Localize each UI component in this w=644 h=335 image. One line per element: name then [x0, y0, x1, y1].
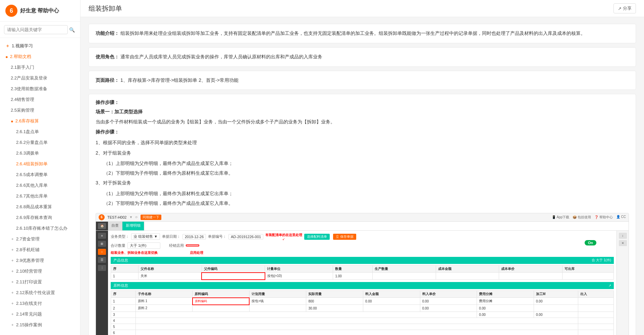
sidebar-item-label-2-6-4: 2.6.4组装拆卸单 — [16, 161, 48, 167]
mock-select-bom-btn[interactable]: 选择配料清单 — [304, 234, 330, 240]
sidebar-item-2-6-2[interactable]: 2.6.2分量盘点单 — [0, 137, 80, 148]
sidebar-item-2-14[interactable]: ＋ 2.14常见问题 — [0, 309, 80, 320]
mock-upper-cell-avail — [562, 273, 613, 280]
sidebar-item-label-2-4: 2.4销售管理 — [11, 97, 34, 103]
mock-form-row1: 业务类型： 业 组装销售 ▼ 单据日期： 2019-12-26 单据编号： AD… — [111, 233, 614, 241]
mock-lower-bar-icon: ↗ — [608, 284, 611, 287]
step2-sub1: （1）上部明细为父件明细，最终作为产成品生成某它入库单； — [104, 159, 629, 168]
mock-new-btn[interactable]: 同期建一下 — [141, 215, 161, 220]
sidebar-item-2-6-8[interactable]: 2.6.8商品成本重算 — [0, 202, 80, 212]
mock-upper-cell-prodqty — [372, 273, 436, 280]
mock-top-icon-help: 📦 包括使用 — [573, 215, 591, 220]
sidebar-item-2-2[interactable]: 2.2产品安装及登录 — [0, 73, 80, 83]
expand-icon-2-6: ● — [11, 119, 13, 124]
sidebar-item-2-3[interactable]: 2.3使用前数据准备 — [0, 83, 80, 94]
mock-lower-table: 序 子件名称 原料编码 计划用量 实际用量 料入金额 料入单价 费用分摊 加工M — [111, 290, 614, 335]
mock-lr2-planqty — [249, 305, 306, 312]
sidebar-item-2-7[interactable]: ＋ 2.7资金管理 — [0, 234, 80, 244]
share-button[interactable]: ↗ 分享 — [613, 3, 636, 13]
sidebar-item-label-2-6-3: 2.6.3调拨单 — [16, 150, 39, 156]
intro-text: 功能介绍： 组装拆卸单用来处理企业组装或拆卸等加工业务，支持有固定装配清单的产品… — [96, 30, 629, 38]
mock-lr2-unitprice: 0.00 — [420, 305, 477, 312]
sidebar-item-label-2-6-6: 2.6.6其他入库单 — [16, 182, 48, 188]
mock-annotation2-text: 组装业务、拆卸业务在这里切换 — [111, 250, 158, 255]
mock-lr2-name: 原料 2 — [136, 305, 193, 312]
sidebar-item-2-10[interactable]: ＋ 2.10经营管理 — [0, 266, 80, 277]
expand-icon-2-11: ＋ — [11, 280, 14, 284]
mock-right-icon-1: ↕ — [619, 233, 627, 239]
mock-lr2-seq: 2 — [111, 305, 136, 312]
sidebar-item-2[interactable]: ● 2.帮助文档 — [0, 51, 80, 62]
mock-upper-cell-unit: 按包(×10) — [265, 273, 333, 280]
mock-lower-th-amount: 料入金额 — [363, 290, 420, 298]
sidebar-item-2-1[interactable]: 2.1新手入门 — [0, 62, 80, 73]
mock-dealer-label: 经销店用 — [169, 243, 184, 248]
sidebar-item-2-13[interactable]: ＋ 2.13在线支付 — [0, 298, 80, 309]
sidebar-item-2-9[interactable]: ＋ 2.9优惠券管理 — [0, 255, 80, 266]
mock-upper-cell-code — [202, 273, 265, 280]
mock-sidebar-icon-3: ○ — [98, 249, 106, 255]
mock-lower-row-1: 1 原料 1 原料编码 按包+钱 800 0.00 0.00 费用分摊 0.00 — [111, 298, 614, 305]
nav-tree: ＋ 1.视频学习 ● 2.帮助文档 2.1新手入门 2.2产品安装及登录 2.3… — [0, 38, 80, 335]
mock-tab-bar: 🏠 自查 新增明细 — [96, 222, 629, 231]
sidebar-item-label-2-15: 2.15操作案例 — [16, 322, 42, 328]
mock-tab-self[interactable]: 自查 — [108, 222, 122, 230]
mock-upper-table: 序 父件名称 父件编码 计量单位 数量 生产数量 成本金额 成本单价 可出库 — [111, 265, 614, 280]
sidebar-item-2-6-7[interactable]: 2.6.7其他出库单 — [0, 191, 80, 202]
mock-sidebar-icons-top: 🏠 — [96, 222, 108, 230]
main-area: 组装拆卸单 ↗ 分享 功能介绍： 组装拆卸单用来处理企业组装或拆卸等加工业务，支… — [80, 0, 644, 335]
mock-icon-1: 🏠 — [98, 223, 106, 229]
mock-dealer-input[interactable] — [186, 244, 199, 246]
sidebar-item-2-4[interactable]: 2.4销售管理 — [0, 94, 80, 105]
sidebar-item-label-2-13: 2.13在线支付 — [16, 300, 42, 306]
mock-save-btn[interactable]: 立 保存单据 — [333, 234, 356, 240]
share-label: 分享 — [623, 5, 632, 11]
sidebar-item-label-2: 2.帮助文档 — [10, 54, 31, 60]
mock-field1-value[interactable]: 业 组装销售 ▼ — [131, 233, 160, 240]
role-content: 通常由生产人员或库管人员完成拆装业务的操作，库管人员确认原材料的出库和产成品的入… — [120, 54, 322, 59]
mock-lr6-empty — [136, 330, 578, 335]
sidebar-item-2-6-10[interactable]: 2.6.10库存账本错了怎么办 — [0, 223, 80, 234]
mock-upper-section-bar: 产品信息 合 大于 1(件) — [111, 257, 614, 264]
sidebar-item-label-2-10: 2.10经营管理 — [16, 268, 42, 274]
sidebar-item-2-6-5[interactable]: 2.6.5成本调整单 — [0, 169, 80, 180]
search-button[interactable]: 🔍 — [68, 27, 76, 33]
sidebar-item-2-15[interactable]: ＋ 2.15操作案例 — [0, 320, 80, 330]
sidebar-item-2-6-4[interactable]: 2.6.4组装拆卸单 — [0, 159, 80, 169]
mock-upper-cell-cost — [436, 273, 499, 280]
sidebar-item-2-11[interactable]: ＋ 2.11打印设置 — [0, 277, 80, 287]
mock-field3-value[interactable]: AD-20191226-001 — [228, 234, 263, 239]
mock-main-form: 业务类型： 业 组装销售 ▼ 单据日期： 2019-12-26 单据编号： AD… — [108, 231, 616, 335]
sidebar-item-2-6-9[interactable]: 2.6.9库存账本查询 — [0, 212, 80, 223]
sidebar-item-label-2-6-10: 2.6.10库存账本错了怎么办 — [16, 225, 67, 231]
sidebar-item-2-6-6[interactable]: 2.6.6其他入库单 — [0, 180, 80, 191]
sidebar-item-2-12[interactable]: ＋ 2.12系统个性化设置 — [0, 287, 80, 298]
mock-logo: 6 — [99, 214, 105, 220]
sidebar-item-2-8[interactable]: ＋ 2.8手机旺辅 — [0, 244, 80, 255]
sidebar-item-2-6-1[interactable]: 2.6.1盘点单 — [0, 126, 80, 137]
sidebar-item-1[interactable]: ＋ 1.视频学习 — [0, 41, 80, 51]
mock-form-area: ≡ ⊞ ○ ☰ ⋮ 业务类型： 业 组装销售 ▼ 单据日期： 2019- — [96, 231, 629, 335]
mock-icon-col: 🏠 — [96, 222, 108, 230]
mock-lr1-unitprice: 0.00 — [420, 298, 477, 305]
sidebar-item-2-5[interactable]: 2.5采购管理 — [0, 105, 80, 116]
mock-lr1-planqty: 按包+钱 — [249, 298, 306, 305]
mock-lower-row-4: 4 — [111, 318, 614, 324]
mock-lr1-name: 原料 1 — [136, 298, 193, 305]
sidebar-item-2-6[interactable]: ● 2.6库存核算 — [0, 116, 80, 126]
mock-upper-th-cost: 成本金额 — [436, 265, 499, 273]
mock-lower-th-actualqty: 实际用量 — [306, 290, 363, 298]
search-input[interactable] — [4, 25, 68, 34]
mock-tab-add[interactable]: 新增明细 — [122, 222, 144, 230]
mock-lr3-unitprice: 0.00 — [534, 312, 578, 318]
mock-on-toggle-area: On — [585, 240, 596, 245]
mock-field2-value[interactable]: 2019-12-26 — [182, 234, 206, 239]
mock-top-bar: 6 TEST-H002 ▼ ⟳ 同期建一下 📱 App下载 📦 包括使用 ❓ 帮… — [96, 213, 629, 222]
mock-on-toggle[interactable]: On — [585, 240, 596, 245]
mock-sidebar-icon-2: ⊞ — [98, 241, 106, 247]
mock-lr2-io — [578, 305, 614, 312]
sidebar-item-label-2-9: 2.9优惠券管理 — [16, 258, 44, 264]
mock-upper-bar-add: 合 大于 1(件) — [592, 258, 611, 263]
mock-qty-value[interactable]: 大于 1(件) — [127, 242, 160, 249]
sidebar-item-2-6-3[interactable]: 2.6.3调拨单 — [0, 148, 80, 159]
